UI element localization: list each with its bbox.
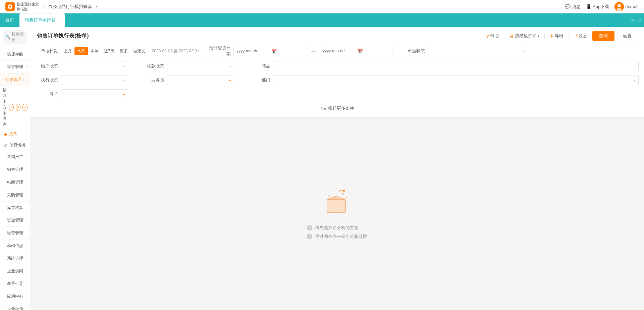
sidebar-item-retail[interactable]: 零售管理 ▾	[0, 61, 30, 73]
edit-scheme-btn[interactable]: ✎	[16, 104, 21, 111]
period-lastmonth[interactable]: 上月	[61, 47, 74, 55]
user-action[interactable]: demo2	[614, 2, 639, 11]
dept-input[interactable]: ▾	[273, 75, 639, 85]
product-more-icon[interactable]: ···	[632, 64, 636, 68]
sidebar-item-appstore[interactable]: 应用中心	[0, 290, 30, 303]
sidebar-search[interactable]: 🔍 搜索菜单	[0, 27, 30, 48]
period-custom[interactable]: 自定义	[130, 47, 148, 55]
warehouse-status-field[interactable]	[64, 64, 122, 68]
exec-status-field[interactable]	[64, 78, 122, 83]
sidebar-item-marketing[interactable]: 营销推广	[0, 151, 30, 163]
customer-label: 客户	[36, 91, 58, 97]
customer-input[interactable]: ···	[61, 89, 128, 99]
sidebar-item-enterprise[interactable]: 企业协同	[0, 265, 30, 278]
tab-close-icon[interactable]: ×	[57, 18, 60, 22]
debt-icon: ⊙	[4, 143, 7, 148]
warehouse-dropdown-icon[interactable]: ▾	[123, 64, 125, 68]
sidebar-item-sales[interactable]: 销售管理	[0, 163, 30, 176]
warehouse-status-input[interactable]: ▾	[61, 61, 128, 71]
tab-home[interactable]: 首页	[0, 13, 19, 27]
sidebar-item-operations[interactable]: 经营管理	[0, 227, 30, 240]
tab-close-window-icon[interactable]: ✕	[631, 17, 635, 23]
refresh-btn[interactable]: ↺ 刷新	[572, 32, 590, 40]
filter-inner: 单据日期 上月 本月 本年 近7天 更多 自定义 2023-03-01 至 20…	[30, 41, 644, 117]
collapse-icon: ∧∧	[320, 106, 327, 111]
period-thisyear[interactable]: 本年	[88, 47, 101, 55]
sidebar-item-system[interactable]: 系统管理	[0, 252, 30, 265]
export-btn[interactable]: ⬇ 导出	[548, 32, 566, 40]
sidebar-retail-arrow: ▾	[26, 64, 28, 69]
filter-product: 商品 ···	[248, 61, 639, 71]
predicted-date-start-input[interactable]: 📅	[233, 46, 307, 56]
filter-dept: 部门 ▾	[248, 75, 639, 85]
sidebar-sub-order[interactable]: ◆ 按单	[0, 128, 30, 140]
filter-doc-status: 单据状态 ▾	[402, 46, 639, 56]
sidebar-item-wechat[interactable]: 企业微信	[0, 303, 30, 310]
query-btn[interactable]: 查询	[592, 31, 614, 41]
doc-status-field[interactable]	[431, 49, 522, 53]
sidebar-item-newuser[interactable]: 新手引导	[0, 277, 30, 290]
filter-customer: 客户 ···	[36, 89, 128, 99]
payment-dropdown-icon[interactable]: ▾	[229, 64, 231, 68]
cal-start-icon[interactable]: 📅	[271, 49, 277, 54]
filter-row-3: 执行状态 ▾ 业务员 ··· 部门	[36, 75, 639, 85]
dept-field[interactable]	[276, 78, 633, 83]
sidebar-item-finance[interactable]: 资金管理	[0, 214, 30, 227]
sidebar-item-wholesale[interactable]: 批发管理 ▴	[0, 73, 30, 86]
breadcrumb-dropdown-icon[interactable]: ▾	[96, 5, 98, 8]
dept-dropdown-icon[interactable]: ▾	[634, 79, 636, 82]
filter-payment-status: 收款状态 ▾	[142, 61, 234, 71]
date-label: 单据日期	[36, 48, 58, 54]
download-icon: 📱	[586, 4, 591, 9]
refresh-icon: ↺	[574, 34, 578, 39]
predicted-date-end-input[interactable]: 📅	[320, 46, 393, 56]
collapse-conditions-btn[interactable]: ∧∧ 收起更多条件	[36, 103, 639, 113]
predicted-date-start-field[interactable]	[236, 49, 270, 53]
sidebar-item-quicknav[interactable]: 快捷导航	[0, 48, 30, 61]
tab-fullscreen-icon[interactable]: ⤢	[637, 17, 641, 23]
period-thismonth[interactable]: 本月	[74, 47, 88, 55]
customer-more-icon[interactable]: ···	[122, 92, 125, 97]
sidebar-sub-debt[interactable]: ⊙ 欠货情况	[0, 140, 30, 151]
collapse-scheme-btn[interactable]: «	[22, 104, 28, 111]
salesman-field[interactable]	[170, 78, 226, 83]
exec-dropdown-icon[interactable]: ▾	[123, 79, 125, 82]
sidebar-item-basic[interactable]: 基础信息	[0, 240, 30, 252]
filter-warehouse-status: 出库状态 ▾	[36, 61, 128, 71]
tip-number-1: 1	[307, 225, 312, 230]
salesman-more-icon[interactable]: ···	[228, 78, 231, 83]
tab-bar-right: ✕ ⤢	[631, 17, 644, 23]
payment-status-input[interactable]: ▾	[167, 61, 234, 71]
customer-field[interactable]	[64, 92, 120, 97]
header-left: 畅捷通好生意 标准版 / 办公用品行业模拟账套 ▾	[5, 2, 98, 11]
message-action[interactable]: 💬 消息	[565, 4, 581, 10]
tab-active[interactable]: 销售订单执行表 ×	[19, 13, 65, 27]
payment-status-field[interactable]	[170, 64, 228, 68]
doc-status-dropdown-icon[interactable]: ▾	[524, 49, 525, 53]
svg-point-2	[618, 4, 621, 7]
logo-area[interactable]: 畅捷通好生意 标准版	[5, 2, 39, 11]
settings-btn[interactable]: 设置	[617, 31, 637, 41]
cal-end-icon[interactable]: 📅	[358, 49, 363, 54]
sidebar-item-purchase[interactable]: 采购管理	[0, 189, 30, 202]
svg-point-8	[328, 195, 330, 197]
logo-icon	[5, 2, 15, 11]
product-label: 商品	[248, 63, 270, 69]
doc-status-input[interactable]: ▾	[428, 46, 528, 56]
help-btn[interactable]: ? 帮助	[484, 32, 500, 40]
filter-row-4: 客户 ···	[36, 89, 639, 99]
template-print-btn[interactable]: 🖨 按模板打印 ▾	[507, 32, 541, 40]
top-header: 畅捷通好生意 标准版 / 办公用品行业模拟账套 ▾ 💬 消息 📱 App下载 d	[0, 0, 644, 13]
sidebar-item-inventory[interactable]: 库存核算	[0, 202, 30, 214]
sidebar-item-ecommerce[interactable]: 电商管理	[0, 176, 30, 189]
app-download-action[interactable]: 📱 App下载	[586, 4, 609, 10]
product-field[interactable]	[276, 64, 631, 68]
predicted-date-end-field[interactable]	[323, 49, 356, 53]
logo-text: 畅捷通好生意 标准版	[17, 2, 39, 11]
product-input[interactable]: ···	[273, 61, 639, 71]
period-more[interactable]: 更多	[117, 47, 130, 55]
period-last7[interactable]: 近7天	[101, 47, 117, 55]
add-scheme-btn[interactable]: +	[9, 104, 14, 111]
salesman-input[interactable]: ···	[167, 75, 234, 85]
exec-status-input[interactable]: ▾	[61, 75, 128, 85]
